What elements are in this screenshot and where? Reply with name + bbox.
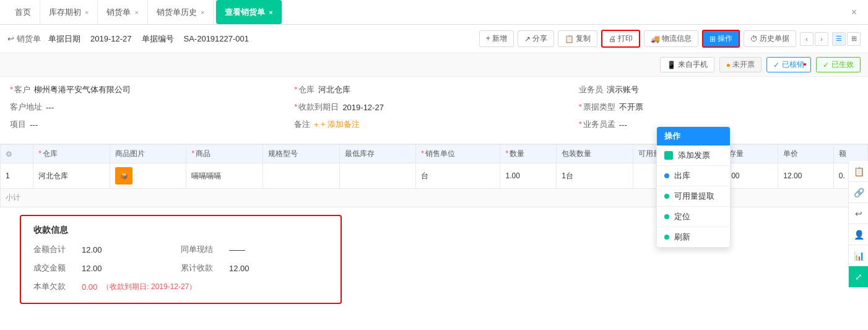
salesperson-label: 业务员孟 — [579, 119, 615, 130]
operations-dropdown: 操作 添加发票 出库 可用量提取 定位 刷新 — [656, 126, 731, 248]
col-product-image: 商品图片 — [110, 145, 186, 163]
data-table-wrap: ⚙ 仓库 商品图片 商品 规格型号 最低库存 销售单位 数量 包装数量 可用量 … — [0, 144, 868, 207]
doc-type-icon: ↩ — [7, 34, 14, 43]
next-record-button[interactable]: › — [815, 32, 828, 46]
effective-button[interactable]: ✓ 已生效 — [816, 57, 861, 72]
summary-balance-label: 本单欠款 — [33, 281, 77, 292]
tab-sales-order[interactable]: 销货单 × — [98, 0, 147, 24]
summary-balance-value: 0.00 — [82, 282, 97, 292]
summary-cumulative-label: 累计收款 — [181, 263, 224, 274]
copy-icon: 📋 — [565, 35, 574, 43]
plus-icon: + — [314, 120, 319, 129]
customer-value: 柳州粤港平安气体有限公司 — [34, 84, 131, 95]
ticket-type-value: 不开票 — [619, 102, 643, 113]
grid-view-button[interactable]: ⊞ — [847, 32, 861, 46]
cell-spec — [263, 163, 340, 189]
salesperson-value: --- — [619, 120, 627, 129]
available-qty-dot-icon — [664, 194, 669, 199]
logistics-button[interactable]: 🚚 物流信息 — [644, 30, 698, 47]
history-button[interactable]: ⏱ 历史单据 — [744, 30, 796, 47]
col-warehouse: 仓库 — [33, 145, 110, 163]
tab-close-sales[interactable]: × — [134, 9, 138, 16]
cell-pack-qty: 1台 — [557, 163, 633, 189]
cell-warehouse: 河北仓库 — [33, 163, 110, 189]
tab-close-view[interactable]: × — [269, 9, 272, 16]
form-area: 客户 柳州粤港平安气体有限公司 仓库 河北仓库 业务员 演示账号 客户地址 --… — [0, 77, 868, 144]
check-icon: ✓ — [773, 61, 779, 69]
toolbar-actions: + 新增 ↗ 分享 📋 复制 🖨 打印 🚚 物流信息 ⊞ 操作 — [479, 30, 861, 48]
right-icon-expand[interactable]: ⤢ — [849, 266, 868, 287]
new-button[interactable]: + 新增 — [479, 30, 514, 47]
summary-same-order-label: 同单现结 — [181, 244, 224, 255]
payment-date-label: 收款到期日 — [294, 102, 339, 113]
copy-button[interactable]: 📋 复制 — [558, 30, 597, 47]
form-row-1: 客户 柳州粤港平安气体有限公司 仓库 河北仓库 业务员 演示账号 — [10, 84, 858, 95]
table-row: 1 河北仓库 📦 嗝嗝嗝嗝 台 1.00 1台 12.00 12.00 0. — [1, 163, 868, 189]
list-view-button[interactable]: ☰ — [832, 32, 846, 46]
prev-record-button[interactable]: ‹ — [800, 32, 814, 46]
doc-meta: 单据日期 2019-12-27 单据编号 SA-20191227-001 — [48, 33, 249, 45]
tab-home[interactable]: 首页 — [6, 0, 40, 24]
dropdown-item-outbound[interactable]: 出库 — [657, 166, 730, 186]
right-icon-copy[interactable]: 📋 — [849, 161, 868, 182]
summary-transaction-label: 成交金额 — [33, 263, 77, 274]
dropdown-item-refresh[interactable]: 刷新 — [657, 227, 730, 247]
summary-title: 收款信息 — [33, 225, 328, 236]
dropdown-item-locate[interactable]: 定位 — [657, 207, 730, 227]
summary-transaction-value: 12.00 — [82, 264, 102, 273]
operations-dropdown-container: 操作 添加发票 出库 可用量提取 定位 刷新 — [804, 63, 806, 66]
cell-min-stock — [339, 163, 416, 189]
locate-dot-icon — [664, 214, 669, 219]
right-icon-user[interactable]: 👤 — [849, 224, 868, 245]
doc-type-label: 销货单 — [17, 33, 41, 45]
employee-label: 业务员 — [579, 84, 603, 95]
data-table: ⚙ 仓库 商品图片 商品 规格型号 最低库存 销售单位 数量 包装数量 可用量 … — [0, 144, 868, 207]
refresh-dot-icon — [664, 235, 669, 240]
outbound-dot-icon — [664, 173, 669, 178]
share-icon: ↗ — [524, 35, 531, 43]
right-icon-chart[interactable]: 📊 — [849, 245, 868, 266]
col-amount: 额 — [833, 145, 867, 163]
doc-date-value: 2019-12-27 — [90, 34, 132, 43]
not-opened-button[interactable]: ● 未开票 — [719, 57, 762, 72]
cell-product: 嗝嗝嗝嗝 — [186, 163, 263, 189]
tab-bar: 首页 库存期初 × 销货单 × 销货单历史 × 查看销货单 × × — [0, 0, 868, 25]
tab-sales-history[interactable]: 销货单历史 × — [148, 0, 214, 24]
check-circle-icon: ✓ — [823, 61, 829, 69]
share-button[interactable]: ↗ 分享 — [518, 30, 554, 47]
dropdown-item-available-qty[interactable]: 可用量提取 — [657, 186, 730, 207]
payment-date-value: 2019-12-27 — [342, 103, 384, 112]
col-spec: 规格型号 — [263, 145, 340, 163]
col-product: 商品 — [186, 145, 263, 163]
col-unit-price: 单价 — [778, 145, 833, 163]
warehouse-field: 仓库 河北仓库 — [294, 84, 573, 95]
dropdown-item-add-invoice[interactable]: 添加发票 — [657, 145, 730, 166]
window-close-icon[interactable]: × — [846, 7, 862, 17]
form-row-2: 客户地址 --- 收款到期日 2019-12-27 票据类型 不开票 — [10, 102, 858, 113]
from-phone-button[interactable]: 📱 来自手机 — [660, 57, 714, 72]
tab-close-history[interactable]: × — [201, 9, 204, 16]
summary-total-label: 金额合计 — [33, 244, 77, 255]
summary-cumulative-value: 12.00 — [229, 264, 250, 273]
right-icon-return[interactable]: ↩ — [849, 203, 868, 224]
tab-close-inventory[interactable]: × — [85, 9, 89, 16]
col-settings[interactable]: ⚙ — [1, 145, 33, 163]
address-value: --- — [46, 103, 54, 112]
right-icon-panel: 📋 🔗 ↩ 👤 📊 ⤢ — [848, 161, 868, 287]
note-label: 备注 — [294, 119, 310, 130]
cell-sales-unit: 台 — [416, 163, 500, 189]
col-quantity: 数量 — [500, 145, 557, 163]
operations-button[interactable]: ⊞ 操作 — [702, 30, 740, 48]
right-icon-link[interactable]: 🔗 — [849, 182, 868, 203]
summary-same-order-row: 同单现结 —— — [181, 242, 328, 257]
note-field: 备注 + + 添加备注 — [294, 119, 573, 130]
add-note-button[interactable]: + + 添加备注 — [314, 119, 360, 130]
print-button[interactable]: 🖨 打印 — [601, 30, 640, 48]
tab-inventory-init[interactable]: 库存期初 × — [40, 0, 98, 24]
tab-view-sales[interactable]: 查看销货单 × — [216, 0, 282, 24]
view-switch: ☰ ⊞ — [832, 32, 861, 46]
summary-transaction-row: 成交金额 12.00 — [33, 261, 181, 276]
address-label: 客户地址 — [10, 102, 42, 113]
nav-arrows: ‹ › — [800, 32, 828, 46]
doc-number-label: 单据编号 — [142, 33, 174, 45]
